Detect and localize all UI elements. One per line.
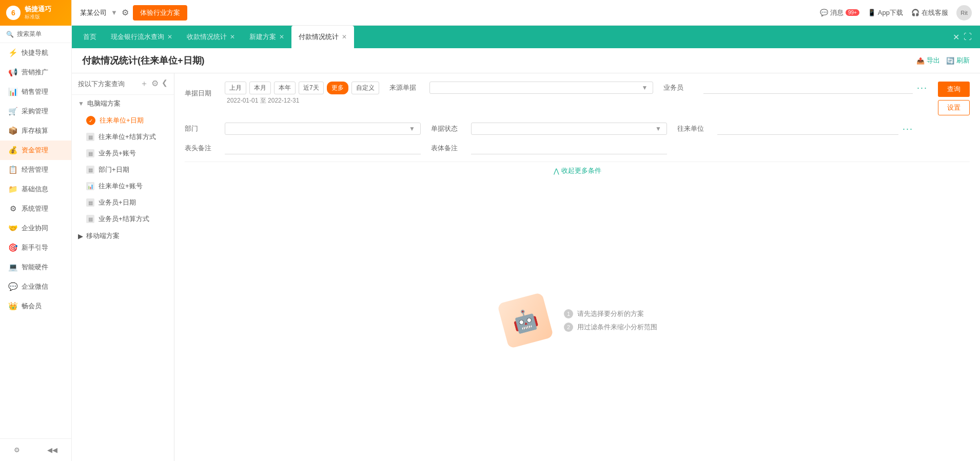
sidebar-item-cooperation[interactable]: 🤝 企业协同: [0, 218, 71, 238]
scheme-item-staff-date[interactable]: ▦ 业务员+日期: [72, 194, 174, 211]
this-year-btn[interactable]: 本年: [274, 82, 296, 94]
tab-close-all-btn[interactable]: ✕: [953, 32, 959, 42]
tab-home[interactable]: 首页: [76, 26, 104, 48]
tab-bank-flow[interactable]: 现金银行流水查询 ✕: [104, 26, 180, 48]
scheme-staff-account-label: 业务员+账号: [99, 149, 136, 158]
scheme-item-unit-settle[interactable]: ▦ 往来单位+结算方式: [72, 129, 174, 145]
tab-bank-flow-close[interactable]: ✕: [167, 33, 172, 41]
company-name: 某某公司: [80, 8, 107, 17]
tab-new-scheme[interactable]: 新建方案 ✕: [242, 26, 291, 48]
source-select[interactable]: ▼: [429, 82, 654, 94]
sidebar-item-wechat[interactable]: 💬 企业微信: [0, 277, 71, 296]
date-buttons: 上月 本月 本年 近7天 更多 自定义: [225, 82, 379, 94]
refresh-btn[interactable]: 🔄 刷新: [946, 56, 970, 65]
quick-nav-icon: ⚡: [8, 48, 17, 57]
last-7days-btn[interactable]: 近7天: [299, 82, 324, 94]
scheme-item-staff-settle[interactable]: ▦ 业务员+结算方式: [72, 211, 174, 227]
scheme-unit-date-label: 往来单位+日期: [100, 116, 144, 125]
header-remark-input[interactable]: [225, 142, 421, 154]
online-service-action[interactable]: 🎧 在线客服: [911, 8, 948, 17]
staff-input[interactable]: [703, 82, 913, 94]
tab-new-scheme-close[interactable]: ✕: [279, 33, 284, 41]
tab-bank-flow-label: 现金银行流水查询: [111, 32, 164, 42]
tab-expand-btn[interactable]: ⛶: [964, 32, 972, 42]
finance-label: 资金管理: [22, 146, 48, 155]
unit-input[interactable]: [717, 123, 898, 135]
wechat-icon: 💬: [8, 282, 17, 291]
more-btn[interactable]: 更多: [327, 82, 348, 94]
mobile-scheme-group[interactable]: ▶ 移动端方案: [72, 227, 174, 245]
page-title: 付款情况统计(往来单位+日期): [82, 54, 205, 67]
empty-illustration: 🤖: [497, 292, 554, 349]
scheme-item-unit-account[interactable]: 📊 往来单位+账号: [72, 178, 174, 194]
scheme-table-icon-1: ▦: [86, 133, 94, 141]
system-icon: ⚙: [8, 204, 17, 213]
staff-ellipsis[interactable]: ···: [917, 83, 928, 93]
scheme-staff-settle-label: 业务员+结算方式: [99, 214, 149, 224]
scheme-item-dept-date[interactable]: ▦ 部门+日期: [72, 162, 174, 178]
app-download-action[interactable]: 📱 App下载: [868, 8, 903, 17]
message-action[interactable]: 💬 消息 99+: [820, 8, 859, 17]
collapse-bar[interactable]: ⋀ 收起更多条件: [185, 162, 970, 179]
purchase-label: 采购管理: [22, 107, 48, 116]
filter-section: 单据日期 上月 本月 本年 近7天 更多 自定义 20: [174, 73, 980, 179]
unit-ellipsis[interactable]: ···: [903, 124, 913, 134]
scheme-item-unit-date[interactable]: ✓ 往来单位+日期: [72, 112, 174, 129]
scheme-item-staff-account[interactable]: ▦ 业务员+账号: [72, 145, 174, 162]
scheme-settings-btn[interactable]: ⚙: [151, 78, 159, 89]
date-controls: 上月 本月 本年 近7天 更多 自定义 2022-01-01 至 2022-12…: [225, 82, 379, 105]
logo-text-block: 畅捷通巧 标准版: [25, 5, 51, 21]
doc-status-label: 单据状态: [431, 124, 467, 133]
robot-icon: 🤖: [510, 306, 541, 335]
desktop-group-header[interactable]: ▼ 电脑端方案: [72, 95, 174, 112]
sidebar-item-purchase[interactable]: 🛒 采购管理: [0, 102, 71, 121]
collapse-label: 收起更多条件: [561, 166, 601, 175]
unit-label: 往来单位: [677, 124, 713, 133]
tip-num-1: 1: [564, 309, 573, 318]
sidebar-item-inventory[interactable]: 📦 库存核算: [0, 121, 71, 141]
logo-subtitle: 标准版: [25, 13, 51, 21]
topbar-settings-icon[interactable]: ⚙: [122, 8, 129, 17]
sidebar-item-sales[interactable]: 📊 销售管理: [0, 82, 71, 102]
tab-payment-stats[interactable]: 付款情况统计 ✕: [291, 26, 354, 48]
trial-button[interactable]: 体验行业方案: [133, 5, 187, 21]
doc-status-select[interactable]: ▼: [471, 123, 667, 135]
app-download-icon: 📱: [868, 9, 876, 16]
marketing-icon: 📢: [8, 68, 17, 77]
search-menu[interactable]: 🔍 搜索菜单: [0, 26, 71, 43]
body-remark-input[interactable]: [471, 142, 667, 154]
sidebar-settings-btn[interactable]: ⚙: [11, 443, 23, 457]
company-dropdown-arrow[interactable]: ▼: [111, 9, 117, 16]
query-button[interactable]: 查询: [938, 82, 970, 97]
sidebar-item-basic-info[interactable]: 📁 基础信息: [0, 179, 71, 199]
message-icon: 💬: [820, 9, 828, 16]
sidebar-item-finance[interactable]: 💰 资金管理: [0, 141, 71, 160]
sidebar-collapse-btn[interactable]: ◀◀: [44, 443, 61, 457]
online-service-label: 在线客服: [922, 8, 948, 17]
sidebar-item-system[interactable]: ⚙ 系统管理: [0, 199, 71, 218]
export-btn[interactable]: 📤 导出: [916, 56, 940, 65]
custom-btn[interactable]: 自定义: [351, 82, 379, 94]
sidebar-item-member[interactable]: 👑 畅会员: [0, 296, 71, 316]
user-avatar[interactable]: Rit: [956, 5, 972, 21]
sidebar-item-quick-nav[interactable]: ⚡ 快捷导航: [0, 43, 71, 63]
scheme-add-btn[interactable]: ＋: [140, 78, 148, 89]
tip-text-1: 请先选择要分析的方案: [577, 309, 644, 318]
desktop-group-label: 电脑端方案: [87, 99, 121, 108]
sidebar-item-marketing[interactable]: 📢 营销推广: [0, 63, 71, 82]
empty-area: 🤖 1 请先选择要分析的方案 2 用过滤条件来缩小分析范围: [174, 180, 980, 461]
member-label: 畅会员: [22, 302, 42, 311]
sidebar-item-operations[interactable]: 📋 经营管理: [0, 160, 71, 179]
sidebar-item-guide[interactable]: 🎯 新手引导: [0, 238, 71, 257]
last-month-btn[interactable]: 上月: [225, 82, 246, 94]
sidebar-item-hardware[interactable]: 💻 智能硬件: [0, 257, 71, 277]
this-month-btn[interactable]: 本月: [249, 82, 271, 94]
filter-panel: 单据日期 上月 本月 本年 近7天 更多 自定义 20: [174, 73, 980, 461]
tab-payment-stats-close[interactable]: ✕: [342, 33, 347, 41]
tab-receipt-stats-close[interactable]: ✕: [230, 33, 235, 41]
dept-select[interactable]: ▼: [225, 123, 421, 135]
settings-button[interactable]: 设置: [938, 100, 970, 115]
topbar: 某某公司 ▼ ⚙ 体验行业方案 💬 消息 99+ 📱 App下载 🎧 在线客服 …: [72, 0, 980, 26]
scheme-collapse-btn[interactable]: ❮: [162, 78, 168, 89]
tab-receipt-stats[interactable]: 收款情况统计 ✕: [180, 26, 242, 48]
